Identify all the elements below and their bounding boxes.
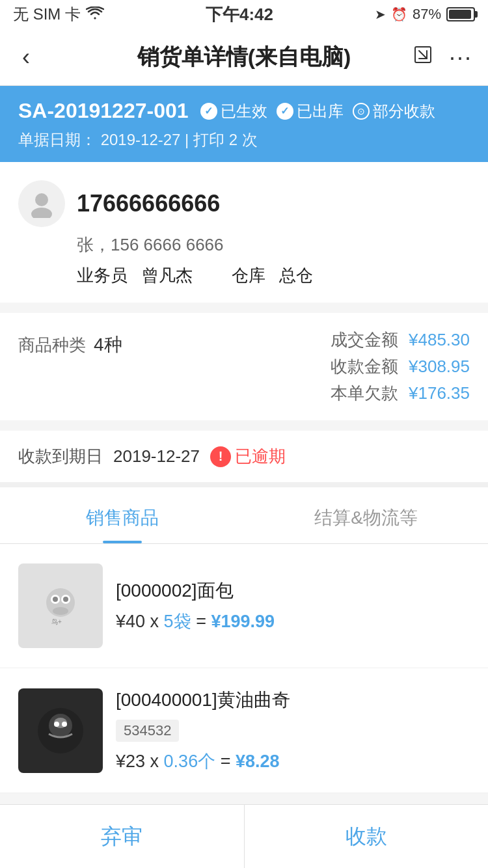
header-banner: SA-20191227-001 ✓ 已生效 ✓ 已出库 ⊙ 部分收款 单据日期：…	[0, 86, 488, 162]
status-time: 下午4:42	[206, 3, 273, 26]
clock-icon: ⊙	[353, 103, 370, 120]
check-icon-2: ✓	[277, 103, 293, 120]
product-image-2	[18, 688, 103, 773]
agent-info: 业务员 曾凡杰 仓库 总仓	[18, 264, 470, 287]
avatar	[18, 180, 65, 227]
banner-row1: SA-20191227-001 ✓ 已生效 ✓ 已出库 ⊙ 部分收款	[18, 99, 470, 123]
received-amount: 收款金额 ¥308.95	[331, 355, 470, 378]
battery-percent: 87%	[413, 6, 441, 23]
status-right: ➤ ⏰ 87%	[375, 6, 475, 23]
product-type: 商品种类 4种	[18, 329, 122, 357]
stats-row: 商品种类 4种 成交金额 ¥485.30 收款金额 ¥308.95 本单欠款 ¥…	[18, 329, 470, 405]
payment-button[interactable]: 收款	[245, 805, 489, 868]
svg-point-13	[54, 722, 59, 727]
svg-point-14	[62, 722, 67, 727]
order-number: SA-20191227-001	[18, 99, 189, 123]
reject-button[interactable]: 弃审	[0, 805, 245, 868]
more-button[interactable]: ···	[449, 44, 472, 71]
product-name-1: [0000002]面包	[116, 578, 470, 603]
badge-partial: ⊙ 部分收款	[353, 101, 435, 122]
sim-label: 无 SIM 卡	[13, 4, 81, 25]
wifi-icon	[86, 5, 104, 23]
product-image-1: 鸟+	[18, 563, 103, 648]
status-badges: ✓ 已生效 ✓ 已出库 ⊙ 部分收款	[200, 101, 435, 122]
svg-point-8	[53, 607, 68, 615]
product-info-2: [000400001]黄油曲奇 534532 ¥23 x 0.36个 = ¥8.…	[116, 688, 470, 773]
svg-point-1	[35, 193, 48, 206]
tabs-section: 销售商品 结算&物流等	[0, 487, 488, 544]
product-price-2: ¥23 x 0.36个 = ¥8.28	[116, 750, 470, 773]
status-bar: 无 SIM 卡 下午4:42 ➤ ⏰ 87%	[0, 0, 488, 29]
svg-point-2	[31, 208, 52, 218]
product-item: [000400001]黄油曲奇 534532 ¥23 x 0.36个 = ¥8.…	[0, 668, 488, 793]
tab-settlement[interactable]: 结算&物流等	[244, 487, 488, 543]
svg-point-6	[53, 597, 58, 602]
svg-point-7	[63, 597, 68, 602]
overdue-icon: !	[210, 446, 231, 467]
overdue-badge: ! 已逾期	[210, 445, 286, 468]
customer-section: 17666666666 张，156 6666 6666 业务员 曾凡杰 仓库 总…	[0, 162, 488, 303]
customer-name-phone: 张，156 6666 6666	[18, 234, 470, 256]
alarm-icon: ⏰	[391, 7, 407, 22]
tab-products[interactable]: 销售商品	[0, 487, 244, 543]
check-icon-1: ✓	[200, 103, 217, 120]
product-price-1: ¥40 x 5袋 = ¥199.99	[116, 610, 470, 633]
nav-right-actions: ···	[413, 44, 472, 71]
share-button[interactable]	[413, 44, 433, 70]
back-button[interactable]: ‹	[16, 37, 36, 77]
overdue-text: 已逾期	[235, 445, 286, 468]
deal-amount: 成交金额 ¥485.30	[331, 329, 470, 351]
battery-icon	[446, 7, 475, 21]
banner-date: 单据日期： 2019-12-27 | 打印 2 次	[18, 129, 470, 150]
customer-phone: 17666666666	[77, 190, 220, 217]
product-info-1: [0000002]面包 ¥40 x 5袋 = ¥199.99	[116, 578, 470, 633]
badge-shipped: ✓ 已出库	[277, 101, 344, 122]
nav-bar: ‹ 销货单详情(来自电脑) ···	[0, 29, 488, 86]
page-title: 销货单详情(来自电脑)	[137, 42, 351, 72]
product-name-2: [000400001]黄油曲奇	[116, 688, 470, 712]
product-sku-2: 534532	[116, 720, 179, 742]
badge-effective: ✓ 已生效	[200, 101, 267, 122]
product-item: 鸟+ [0000002]面包 ¥40 x 5袋 = ¥199.99	[0, 544, 488, 668]
bottom-bar: 弃审 收款	[0, 804, 488, 868]
stats-section: 商品种类 4种 成交金额 ¥485.30 收款金额 ¥308.95 本单欠款 ¥…	[0, 313, 488, 420]
debt-amount: 本单欠款 ¥176.35	[331, 382, 470, 405]
customer-row: 17666666666	[18, 180, 470, 227]
due-section: 收款到期日 2019-12-27 ! 已逾期	[0, 431, 488, 487]
agent-item: 业务员 曾凡杰	[77, 264, 193, 287]
location-icon: ➤	[375, 7, 386, 22]
svg-text:鸟+: 鸟+	[51, 618, 62, 625]
status-left: 无 SIM 卡	[13, 4, 104, 25]
amount-stats: 成交金额 ¥485.30 收款金额 ¥308.95 本单欠款 ¥176.35	[331, 329, 470, 405]
products-section: 鸟+ [0000002]面包 ¥40 x 5袋 = ¥199.99	[0, 544, 488, 793]
warehouse-item: 仓库 总仓	[232, 264, 314, 287]
